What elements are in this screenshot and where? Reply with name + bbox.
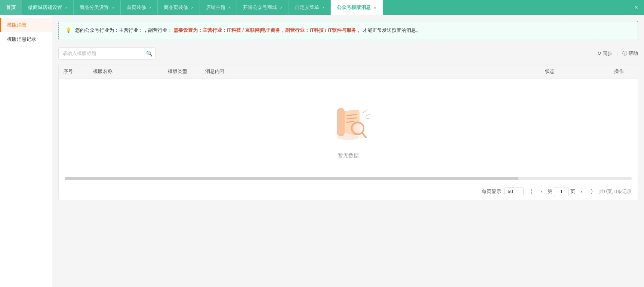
notice-icon: 💡 (65, 27, 71, 33)
page-size-select[interactable]: 50 10 20 100 (504, 187, 524, 195)
tab-bar-close-all[interactable]: × (629, 4, 644, 11)
svg-line-9 (365, 118, 369, 119)
tab-homepage[interactable]: 首页装修 × (121, 0, 158, 15)
search-bar: 🔍 ↻ 同步 | ⓘ 帮助 (58, 48, 638, 59)
tab-homepage-close[interactable]: × (149, 5, 151, 10)
page-label-prefix: 第 (548, 188, 552, 195)
data-table: 序号 模版名称 模版类型 消息内容 状态 操作 (58, 64, 638, 200)
th-type: 模版类型 (163, 64, 201, 79)
tab-bar: 首页 微商城店铺设置 × 商品分类设置 × 首页装修 × 商品页装修 × 店铺主… (0, 0, 644, 15)
page-size-select-wrapper: 50 10 20 100 (504, 187, 524, 195)
table-header: 序号 模版名称 模版类型 消息内容 状态 操作 (59, 64, 638, 79)
th-seq: 序号 (59, 64, 89, 79)
tab-custommenu-label: 自定义菜单 (295, 4, 319, 11)
sidebar-item-template-msg-record[interactable]: 模版消息记录 (0, 32, 52, 46)
tab-openchannel-close[interactable]: × (280, 5, 282, 10)
page-label-suffix: 页 (570, 188, 575, 195)
toolbar-right: ↻ 同步 | ⓘ 帮助 (597, 50, 638, 57)
sync-button[interactable]: ↻ 同步 (597, 50, 612, 57)
search-icon[interactable]: 🔍 (146, 51, 152, 57)
tab-product-close[interactable]: × (191, 5, 193, 10)
tab-custommenu-close[interactable]: × (322, 5, 324, 10)
sidebar-item-template-msg[interactable]: 模版消息 (0, 18, 52, 32)
sidebar-item-template-msg-record-label: 模版消息记录 (7, 36, 36, 42)
page-prev-button[interactable]: ‹ (537, 187, 546, 196)
svg-line-8 (366, 114, 370, 116)
tab-product[interactable]: 商品页装修 × (158, 0, 200, 15)
help-label: 帮助 (628, 50, 638, 57)
page-size-label: 每页显示 (482, 188, 501, 195)
scrollbar-thumb (65, 177, 518, 180)
empty-text: 暂无数据 (338, 152, 359, 159)
tab-category-label: 商品分类设置 (80, 4, 109, 11)
th-status: 状态 (540, 64, 600, 79)
search-input[interactable] (58, 48, 155, 59)
th-content: 消息内容 (201, 64, 540, 79)
tab-theme-close[interactable]: × (228, 5, 231, 10)
tab-tplmsg[interactable]: 公众号模版消息 × (331, 0, 382, 15)
sync-label: 同步 (603, 50, 612, 57)
empty-illustration (326, 101, 371, 146)
notice-prefix: 您的公众号行业为：主营行业：，副营行业： (75, 27, 172, 33)
tab-product-label: 商品页装修 (164, 4, 188, 11)
tab-wshop-label: 微商城店铺设置 (28, 4, 62, 11)
sidebar-item-template-msg-label: 模版消息 (7, 22, 27, 28)
sidebar: 模版消息 模版消息记录 (0, 15, 52, 287)
page-next-button[interactable]: › (577, 187, 586, 196)
tab-custommenu[interactable]: 自定义菜单 × (289, 0, 331, 15)
tab-home-label: 首页 (6, 4, 16, 11)
tab-theme[interactable]: 店铺主题 × (200, 0, 237, 15)
notice-highlight: 需要设置为：主营行业：IT科技 / 互联网|电子商务，副营行业：IT科技 / I… (173, 27, 361, 33)
tab-category[interactable]: 商品分类设置 × (74, 0, 120, 15)
notice-suffix: 才能正常发送预置的消息。 (363, 27, 421, 33)
help-button[interactable]: ⓘ 帮助 (622, 50, 638, 57)
table-scrollbar[interactable] (59, 174, 638, 183)
tab-homepage-label: 首页装修 (127, 4, 146, 11)
content-area: 💡 您的公众号行业为：主营行业：，副营行业： 需要设置为：主营行业：IT科技 /… (52, 15, 644, 287)
sync-icon: ↻ (597, 51, 601, 56)
main-layout: 模版消息 模版消息记录 💡 您的公众号行业为：主营行业：，副营行业： 需要设置为… (0, 15, 644, 287)
tab-openchannel-label: 开通公众号商城 (243, 4, 277, 11)
th-action: 操作 (600, 64, 638, 79)
empty-state: 暂无数据 (59, 79, 638, 174)
tab-tplmsg-label: 公众号模版消息 (337, 4, 371, 11)
toolbar-divider: | (617, 51, 618, 56)
svg-point-5 (354, 124, 362, 132)
search-input-wrapper: 🔍 (58, 48, 155, 59)
page-input[interactable] (554, 187, 569, 196)
tab-home[interactable]: 首页 (0, 0, 22, 15)
notice-banner: 💡 您的公众号行业为：主营行业：，副营行业： 需要设置为：主营行业：IT科技 /… (58, 21, 638, 40)
page-last-button[interactable]: ⟩ (587, 187, 596, 196)
svg-line-6 (362, 132, 366, 137)
help-icon: ⓘ (622, 50, 627, 57)
tab-category-close[interactable]: × (112, 5, 114, 10)
tab-tplmsg-close[interactable]: × (374, 5, 376, 10)
tab-wshop-close[interactable]: × (65, 5, 67, 10)
tab-openchannel[interactable]: 开通公众号商城 × (237, 0, 289, 15)
page-nav: ⟨ ‹ 第 页 › ⟩ (527, 187, 596, 196)
th-name: 模版名称 (89, 64, 163, 79)
tab-wshop[interactable]: 微商城店铺设置 × (22, 0, 74, 15)
page-first-button[interactable]: ⟨ (527, 187, 536, 196)
total-info: 共0页, 0条记录 (599, 188, 632, 195)
pagination: 每页显示 50 10 20 100 ⟨ ‹ 第 页 › ⟩ (59, 183, 638, 200)
tab-theme-label: 店铺主题 (206, 4, 225, 11)
scrollbar-track (65, 177, 632, 180)
svg-line-7 (363, 110, 367, 113)
